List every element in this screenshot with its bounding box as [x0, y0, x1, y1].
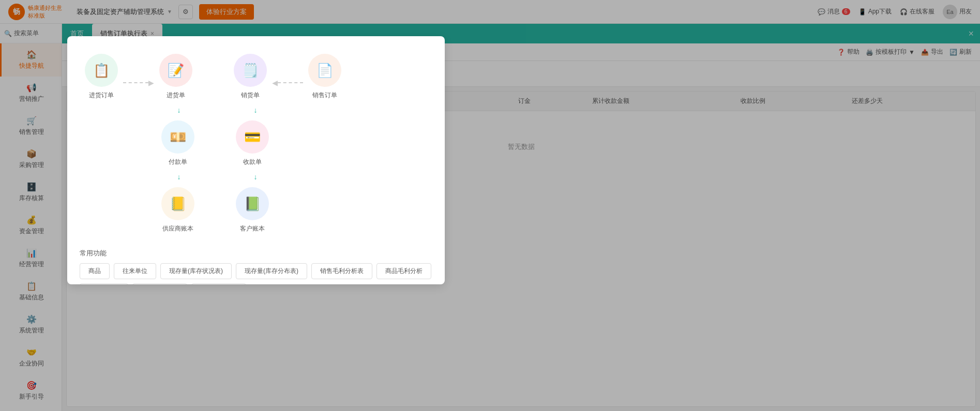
app-container: 畅 畅康通好生意 标准版 装备及固定资产辅助管理系统 ▼ ⚙ 体验行业方案 💬 …: [0, 0, 980, 411]
down-arrow-payment: ↓: [156, 173, 202, 181]
customer-ledger-icon: 📗: [236, 187, 269, 220]
supplier-ledger-icon: 📒: [161, 187, 194, 220]
payment-slip-icon: 💴: [161, 120, 194, 154]
purchase-slip-label: 进货单: [167, 91, 185, 100]
func-btn-goods[interactable]: 商品: [80, 263, 110, 279]
sales-order-icon: 📄: [308, 54, 341, 87]
arrow-1: ▶: [123, 67, 154, 87]
flow-payment-slip[interactable]: 💴 付款单: [156, 115, 200, 172]
receipt-slip-label: 收款单: [243, 158, 262, 166]
func-btn-stock-dist[interactable]: 现存量(库存分布表): [236, 263, 307, 279]
func-btn-payment-stats[interactable]: 付款情况统计: [191, 283, 246, 284]
flow-purchase-order[interactable]: 📋 进货订单: [80, 49, 123, 105]
func-btn-sales-rank[interactable]: 销售排行榜: [80, 283, 128, 284]
flow-receipt-slip[interactable]: 💳 收款单: [231, 115, 274, 172]
func-btn-partners[interactable]: 往来单位: [114, 263, 156, 279]
flow-supplier-ledger[interactable]: 📒 供应商账本: [156, 182, 200, 238]
down-arrow-purchase: ↓: [156, 106, 202, 114]
purchase-order-icon: 📋: [85, 54, 118, 87]
purchase-order-label: 进货订单: [89, 91, 114, 100]
flow-purchase-slip[interactable]: 📝 进货单: [154, 49, 198, 105]
customer-ledger-label: 客户账本: [240, 224, 265, 233]
flow-sales-slip[interactable]: 🗒️ 销货单: [229, 49, 272, 105]
sales-order-label: 销售订单: [312, 91, 337, 100]
func-btn-sales-profit[interactable]: 销售毛利分析表: [311, 263, 372, 279]
func-btn-stock-status[interactable]: 现存量(库存状况表): [160, 263, 232, 279]
modal-overlay: 📋 进货订单 ▶ 📝 进货单: [0, 0, 980, 411]
func-btn-receipt-stats[interactable]: 收款情况统计: [132, 283, 187, 284]
supplier-ledger-label: 供应商账本: [162, 224, 193, 233]
flow-sales-order[interactable]: 📄 销售订单: [303, 49, 346, 105]
sales-slip-icon: 🗒️: [234, 54, 267, 87]
purchase-slip-icon: 📝: [159, 54, 192, 87]
sales-slip-label: 销货单: [241, 91, 260, 100]
func-buttons-row-1: 商品 往来单位 现存量(库存状况表) 现存量(库存分布表) 销售毛利分析表 商品…: [80, 263, 432, 279]
common-funcs-title: 常用功能: [80, 249, 432, 258]
receipt-slip-icon: 💳: [236, 120, 269, 154]
arrow-2: ▶: [272, 67, 303, 87]
down-arrow-receipt: ↓: [233, 173, 278, 181]
down-arrow-sales: ↓: [233, 106, 278, 114]
flow-customer-ledger[interactable]: 📗 客户账本: [231, 182, 274, 238]
func-btn-goods-profit[interactable]: 商品毛利分析: [376, 263, 431, 279]
common-funcs: 常用功能 商品 往来单位 现存量(库存状况表) 现存量(库存分布表) 销售毛利分…: [80, 249, 432, 284]
payment-slip-label: 付款单: [169, 158, 187, 166]
func-buttons-row-2: 销售排行榜 收款情况统计 付款情况统计: [80, 283, 432, 284]
modal-box: 📋 进货订单 ▶ 📝 进货单: [67, 36, 445, 284]
